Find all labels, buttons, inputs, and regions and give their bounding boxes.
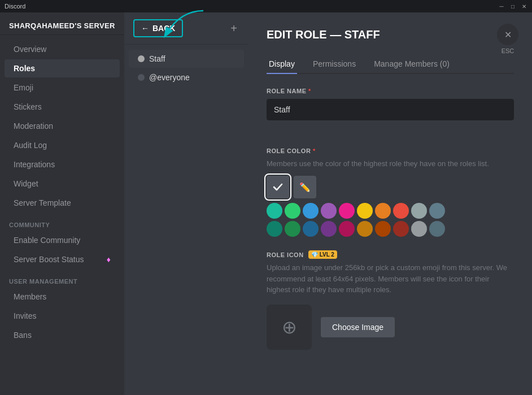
minimize-btn[interactable]: ─: [498, 3, 505, 10]
add-role-button[interactable]: +: [228, 20, 239, 37]
main-content: ✕ ESC EDIT ROLE — STAFF ••• Display Perm…: [248, 12, 532, 395]
sidebar-item-audit-log[interactable]: Audit Log: [5, 136, 120, 154]
sidebar-item-roles[interactable]: Roles: [5, 59, 120, 77]
sidebar-item-overview[interactable]: Overview: [5, 40, 120, 58]
required-indicator: *: [308, 88, 311, 94]
color-dot[interactable]: [321, 221, 337, 237]
tab-permissions[interactable]: Permissions: [311, 55, 358, 74]
esc-label: ESC: [502, 47, 514, 54]
icon-upload-area: ⊕ Choose Image: [267, 305, 514, 350]
back-bar: ← BACK +: [124, 12, 248, 45]
level-badge: 💎 LVL 2: [308, 250, 337, 259]
color-dot[interactable]: [303, 203, 319, 219]
community-section-label: COMMUNITY: [0, 212, 124, 231]
sidebar-item-server-boost[interactable]: Server Boost Status ♦: [5, 250, 120, 268]
color-dot[interactable]: [393, 221, 409, 237]
color-required-indicator: *: [313, 147, 316, 154]
roles-list: Staff @everyone: [124, 45, 248, 92]
sidebar: SHARQAHAMEED'S SERVER Overview Roles Emo…: [0, 12, 124, 395]
middle-panel: ← BACK + Staff @everyone: [124, 12, 248, 395]
close-panel-button[interactable]: ✕: [497, 24, 518, 45]
edit-role-title: EDIT ROLE — STAFF: [267, 28, 380, 41]
color-dot[interactable]: [339, 221, 355, 237]
close-btn[interactable]: ✕: [521, 3, 527, 10]
app-title: Discord: [5, 3, 25, 10]
role-color-label: ROLE COLOR *: [267, 147, 514, 154]
color-dot[interactable]: [411, 221, 427, 237]
color-dot[interactable]: [267, 221, 282, 237]
esc-button-area: ✕ ESC: [497, 24, 518, 54]
color-row-1: [267, 203, 514, 219]
color-dot[interactable]: [285, 221, 300, 237]
edit-role-header: EDIT ROLE — STAFF •••: [267, 26, 514, 44]
color-row-2: [267, 221, 514, 237]
back-button[interactable]: ← BACK: [133, 19, 183, 37]
add-image-icon: ⊕: [282, 316, 297, 338]
role-icon-section: ROLE ICON 💎 LVL 2 Upload an image under …: [267, 250, 514, 350]
boost-gem-icon: 💎: [311, 251, 318, 258]
color-grid: [267, 203, 514, 237]
role-item-staff[interactable]: Staff: [129, 50, 244, 68]
maximize-btn[interactable]: □: [509, 3, 516, 10]
color-swatch-default[interactable]: [267, 176, 289, 198]
sidebar-item-moderation[interactable]: Moderation: [5, 117, 120, 135]
boost-icon: ♦: [107, 255, 111, 264]
role-color-dot-staff: [138, 55, 145, 62]
sidebar-item-widget[interactable]: Widget: [5, 175, 120, 193]
color-dot[interactable]: [375, 203, 391, 219]
color-dot[interactable]: [357, 203, 373, 219]
sidebar-item-invites[interactable]: Invites: [5, 307, 120, 325]
color-dot[interactable]: [303, 221, 319, 237]
titlebar: Discord ─ □ ✕: [0, 0, 532, 12]
server-name: SHARQAHAMEED'S SERVER: [0, 12, 124, 35]
role-color-section: ROLE COLOR * Members use the color of th…: [267, 147, 514, 237]
back-arrow-icon: ←: [141, 24, 149, 33]
role-name-section: ROLE NAME *: [267, 88, 514, 134]
role-color-description: Members use the color of the highest rol…: [267, 159, 514, 169]
window-controls: ─ □ ✕: [498, 3, 527, 10]
checkmark-icon: [273, 183, 283, 191]
app-container: SHARQAHAMEED'S SERVER Overview Roles Emo…: [0, 12, 532, 395]
sidebar-item-bans[interactable]: Bans: [5, 326, 120, 344]
sidebar-item-members[interactable]: Members: [5, 288, 120, 306]
sidebar-item-server-template[interactable]: Server Template: [5, 194, 120, 212]
sidebar-item-enable-community[interactable]: Enable Community: [5, 231, 120, 249]
role-name-input[interactable]: [267, 99, 514, 120]
pencil-icon: ✏️: [299, 182, 311, 193]
color-swatch-custom[interactable]: ✏️: [294, 176, 316, 198]
color-dot[interactable]: [321, 203, 337, 219]
choose-image-button[interactable]: Choose Image: [321, 317, 395, 337]
color-dot[interactable]: [429, 203, 445, 219]
sidebar-item-integrations[interactable]: Integrations: [5, 155, 120, 173]
role-color-dot-everyone: [138, 74, 145, 81]
role-name-label: ROLE NAME *: [267, 88, 514, 94]
tab-manage-members[interactable]: Manage Members (0): [372, 55, 452, 74]
color-dot[interactable]: [339, 203, 355, 219]
color-dot[interactable]: [411, 203, 427, 219]
sidebar-item-stickers[interactable]: Stickers: [5, 98, 120, 116]
color-dot[interactable]: [285, 203, 300, 219]
color-options: ✏️: [267, 176, 514, 198]
upload-placeholder: ⊕: [267, 305, 312, 350]
color-dot[interactable]: [429, 221, 445, 237]
color-dot[interactable]: [375, 221, 391, 237]
sidebar-item-emoji[interactable]: Emoji: [5, 79, 120, 97]
color-dot[interactable]: [357, 221, 373, 237]
color-dot[interactable]: [393, 203, 409, 219]
user-management-section-label: USER MANAGEMENT: [0, 269, 124, 287]
role-item-everyone[interactable]: @everyone: [129, 68, 244, 86]
tab-display[interactable]: Display: [267, 55, 297, 74]
tabs: Display Permissions Manage Members (0): [267, 55, 514, 74]
role-label-staff: Staff: [149, 54, 165, 63]
role-label-everyone: @everyone: [149, 73, 190, 82]
role-icon-header: ROLE ICON 💎 LVL 2: [267, 250, 514, 259]
role-icon-label: ROLE ICON: [267, 251, 304, 258]
role-icon-description: Upload an image under 256kb or pick a cu…: [267, 262, 514, 296]
color-dot[interactable]: [267, 203, 282, 219]
